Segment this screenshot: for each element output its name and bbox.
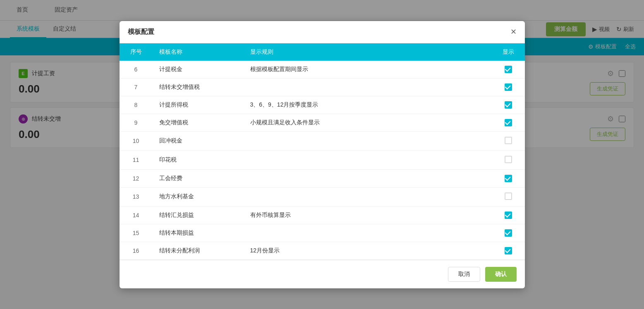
row-name: 印花税 <box>153 150 244 169</box>
row-name: 结转未分配利润 <box>153 242 244 259</box>
row-id: 6 <box>120 61 153 78</box>
row-rule: 小规模且满足收入条件显示 <box>244 114 492 131</box>
row-display-cell <box>492 78 525 96</box>
col-header-rule: 显示规则 <box>244 43 492 61</box>
row-checkbox[interactable] <box>505 156 512 163</box>
row-id: 7 <box>120 78 153 96</box>
row-rule: 12月份显示 <box>244 242 492 259</box>
row-rule <box>244 187 492 206</box>
modal-header: 模板配置 ✕ <box>120 21 525 43</box>
col-header-display: 显示 <box>492 43 525 61</box>
row-checkbox[interactable] <box>505 193 512 200</box>
row-name: 结转未交增值税 <box>153 78 244 96</box>
row-display-cell <box>492 61 525 78</box>
confirm-button[interactable]: 确认 <box>485 267 517 282</box>
row-name: 计提所得税 <box>153 96 244 114</box>
row-display-cell <box>492 169 525 187</box>
row-display-cell <box>492 206 525 224</box>
row-name: 工会经费 <box>153 169 244 187</box>
row-rule <box>244 169 492 187</box>
cancel-button[interactable]: 取消 <box>448 267 480 282</box>
row-rule <box>244 150 492 169</box>
modal-footer: 取消 确认 <box>120 260 525 288</box>
row-name: 结转本期损益 <box>153 224 244 242</box>
row-rule <box>244 224 492 242</box>
row-rule: 根据模板配置期间显示 <box>244 61 492 78</box>
row-display-cell <box>492 224 525 242</box>
row-checkbox[interactable] <box>505 212 512 219</box>
row-rule <box>244 78 492 96</box>
row-name: 计提税金 <box>153 61 244 78</box>
row-name: 结转汇兑损益 <box>153 206 244 224</box>
row-id: 12 <box>120 169 153 187</box>
col-header-name: 模板名称 <box>153 43 244 61</box>
row-id: 10 <box>120 131 153 150</box>
row-name: 免交增值税 <box>153 114 244 131</box>
table-row: 11印花税 <box>120 150 525 169</box>
row-display-cell <box>492 96 525 114</box>
table-row: 12工会经费 <box>120 169 525 187</box>
modal-body: 序号 模板名称 显示规则 显示 6计提税金根据模板配置期间显示7结转未交增值税8… <box>120 43 525 260</box>
table-row: 15结转本期损益 <box>120 224 525 242</box>
table-row: 9免交增值税小规模且满足收入条件显示 <box>120 114 525 131</box>
row-checkbox[interactable] <box>505 66 512 73</box>
modal-template-config: 模板配置 ✕ 序号 模板名称 显示规则 显示 6计提税金根据模板配置期间显示7结… <box>120 21 525 288</box>
row-id: 16 <box>120 242 153 259</box>
modal-overlay: 模板配置 ✕ 序号 模板名称 显示规则 显示 6计提税金根据模板配置期间显示7结… <box>0 0 644 309</box>
row-checkbox[interactable] <box>505 229 512 237</box>
col-header-id: 序号 <box>120 43 153 61</box>
table-row: 16结转未分配利润12月份显示 <box>120 242 525 259</box>
row-display-cell <box>492 131 525 150</box>
row-display-cell <box>492 114 525 131</box>
modal-close-button[interactable]: ✕ <box>510 28 517 36</box>
table-row: 6计提税金根据模板配置期间显示 <box>120 61 525 78</box>
row-checkbox[interactable] <box>505 175 512 182</box>
row-checkbox[interactable] <box>505 247 512 254</box>
row-display-cell <box>492 150 525 169</box>
row-checkbox[interactable] <box>505 101 512 109</box>
table-row: 13地方水利基金 <box>120 187 525 206</box>
row-name: 回冲税金 <box>153 131 244 150</box>
row-checkbox[interactable] <box>505 119 512 126</box>
row-display-cell <box>492 187 525 206</box>
row-id: 9 <box>120 114 153 131</box>
row-id: 11 <box>120 150 153 169</box>
row-checkbox[interactable] <box>505 83 512 91</box>
row-rule <box>244 131 492 150</box>
row-id: 15 <box>120 224 153 242</box>
row-id: 8 <box>120 96 153 114</box>
row-name: 地方水利基金 <box>153 187 244 206</box>
table-row: 8计提所得税3、6、9、12月按季度显示 <box>120 96 525 114</box>
row-display-cell <box>492 242 525 259</box>
config-table: 序号 模板名称 显示规则 显示 6计提税金根据模板配置期间显示7结转未交增值税8… <box>120 43 525 260</box>
row-id: 14 <box>120 206 153 224</box>
table-row: 7结转未交增值税 <box>120 78 525 96</box>
row-rule: 3、6、9、12月按季度显示 <box>244 96 492 114</box>
row-checkbox[interactable] <box>505 137 512 144</box>
row-rule: 有外币核算显示 <box>244 206 492 224</box>
modal-title: 模板配置 <box>128 28 154 36</box>
table-row: 10回冲税金 <box>120 131 525 150</box>
table-row: 14结转汇兑损益有外币核算显示 <box>120 206 525 224</box>
row-id: 13 <box>120 187 153 206</box>
